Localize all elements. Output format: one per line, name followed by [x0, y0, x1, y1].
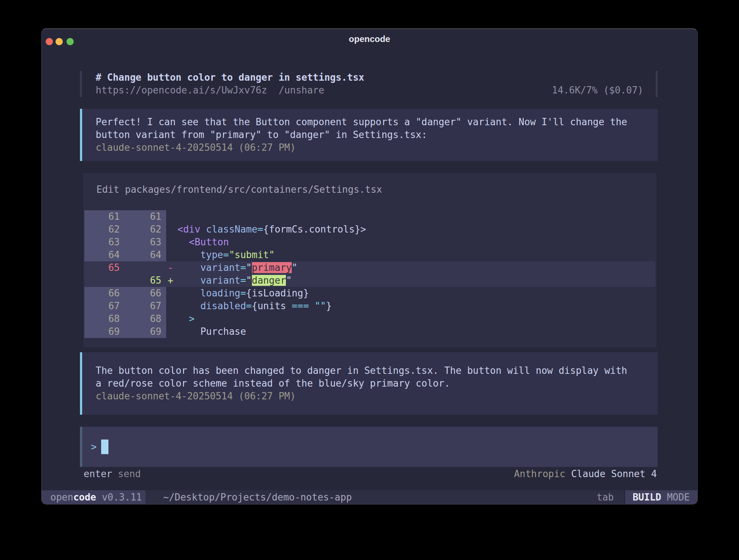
diff-marker [166, 236, 177, 249]
assistant-message: The button color has been changed to dan… [82, 352, 658, 415]
share-url: https://opencode.ai/s/UwJxv76z [96, 85, 267, 96]
share-url-line: https://opencode.ai/s/UwJxv76z /unshare [96, 84, 324, 97]
diff-view: 6161 6262<div className={formCs.controls… [84, 210, 655, 338]
status-bar: opencode v0.3.11 ~/Desktop/Projects/demo… [42, 490, 697, 504]
old-line-number: 65 [84, 261, 120, 274]
model-timestamp: claude-sonnet-4-20250514 (06:27 PM) [82, 390, 658, 403]
message-line: a red/rose color scheme instead of the b… [82, 377, 658, 390]
diff-row: 6969 Purchase [84, 325, 655, 338]
diff-marker [166, 223, 177, 236]
message-line: Perfect! I can see that the Button compo… [82, 116, 658, 129]
diff-row: 6363 <Button [84, 236, 655, 249]
code-line: <Button [177, 236, 655, 249]
window-title: opencode [42, 34, 697, 44]
status-bar-right: tab BUILD MODE [597, 490, 697, 504]
diff-row: 6666 loading={isLoading} [84, 287, 655, 300]
new-line-number: 67 [120, 300, 166, 312]
old-line-number: 69 [84, 325, 120, 338]
tab-key-hint: tab [597, 490, 614, 504]
new-line-number [120, 261, 166, 274]
code-line: disabled={units === ""} [177, 300, 655, 312]
prompt-input[interactable]: > [82, 427, 658, 467]
code-line: variant="primary" [177, 261, 655, 274]
code-line: type="submit" [177, 249, 655, 261]
header-right-rail [656, 71, 658, 97]
session-title: # Change button color to danger in setti… [96, 71, 364, 84]
send-hint: enter send [84, 468, 141, 480]
code-line [177, 210, 655, 223]
header-left-rail [80, 71, 82, 97]
new-line-number: 61 [120, 210, 166, 223]
new-line-number: 69 [120, 325, 166, 338]
unshare-command[interactable]: /unshare [279, 85, 324, 96]
edit-tool-title: Edit packages/frontend/src/containers/Se… [96, 183, 382, 196]
diff-row-removed: 65- variant="primary" [84, 261, 655, 274]
code-line: > [177, 312, 655, 325]
model-timestamp: claude-sonnet-4-20250514 (06:27 PM) [82, 141, 658, 154]
old-line-number: 63 [84, 236, 120, 249]
diff-marker [166, 210, 177, 223]
diff-marker [166, 249, 177, 261]
app-version-chip: opencode v0.3.11 [42, 490, 145, 504]
working-directory: ~/Desktop/Projects/demo-notes-app [163, 490, 352, 504]
prompt-symbol: > [82, 441, 97, 452]
diff-marker [166, 312, 177, 325]
old-line-number: 62 [84, 223, 120, 236]
code-line: <div className={formCs.controls}> [177, 223, 655, 236]
diff-marker [166, 325, 177, 338]
old-line-number: 61 [84, 210, 120, 223]
new-line-number: 68 [120, 312, 166, 325]
new-line-number: 64 [120, 249, 166, 261]
diff-row: 6767 disabled={units === ""} [84, 300, 655, 312]
text-cursor [101, 440, 108, 454]
diff-marker-added: + [166, 274, 177, 287]
diff-row: 6262<div className={formCs.controls}> [84, 223, 655, 236]
new-line-number: 62 [120, 223, 166, 236]
assistant-message: Perfect! I can see that the Button compo… [82, 109, 658, 161]
new-line-number: 66 [120, 287, 166, 300]
edit-tool-panel: Edit packages/frontend/src/containers/Se… [82, 173, 658, 348]
old-line-number [84, 274, 120, 287]
code-line: Purchase [177, 325, 655, 338]
model-indicator: Anthropic Claude Sonnet 4 [514, 468, 657, 480]
diff-row: 6161 [84, 210, 655, 223]
diff-marker [166, 300, 177, 312]
message-line: button variant from "primary" to "danger… [82, 129, 658, 141]
mode-toggle-chip[interactable]: BUILD MODE [624, 490, 697, 504]
diff-row: 6868 > [84, 312, 655, 325]
message-line: The button color has been changed to dan… [82, 364, 658, 377]
diff-marker [166, 287, 177, 300]
diff-row: 6464 type="submit" [84, 249, 655, 261]
hint-row: enter send Anthropic Claude Sonnet 4 [84, 468, 657, 480]
new-line-number: 65 [120, 274, 166, 287]
old-line-number: 66 [84, 287, 120, 300]
old-line-number: 64 [84, 249, 120, 261]
old-line-number: 68 [84, 312, 120, 325]
diff-marker-removed: - [166, 261, 177, 274]
opencode-window: opencode # Change button color to danger… [41, 28, 698, 505]
diff-row-added: 65+ variant="danger" [84, 274, 655, 287]
old-line-number: 67 [84, 300, 120, 312]
code-line: variant="danger" [177, 274, 655, 287]
code-line: loading={isLoading} [177, 287, 655, 300]
new-line-number: 63 [120, 236, 166, 249]
token-usage: 14.6K/7% ($0.07) [552, 84, 643, 97]
